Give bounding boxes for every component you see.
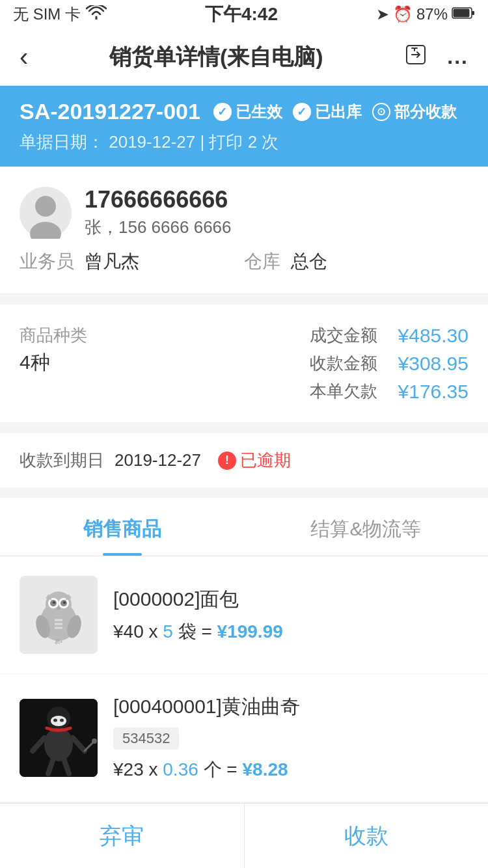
clock-icon: ⊙ (372, 103, 390, 121)
summary-types: 商品种类 4种 (20, 324, 87, 376)
order-header-banner: SA-20191227-001 ✓ 已生效 ✓ 已出库 ⊙ 部分收款 单据日期：… (0, 86, 488, 167)
status-tags: ✓ 已生效 ✓ 已出库 ⊙ 部分收款 (213, 102, 457, 122)
share-icon[interactable] (404, 43, 427, 71)
warehouse-item: 仓库 总仓 (244, 249, 468, 274)
amount-row-received: 收款金额 ¥308.95 (310, 352, 468, 375)
svg-point-14 (53, 601, 55, 604)
bottom-bar: 弃审 收款 (0, 803, 488, 868)
order-date: 单据日期： 2019-12-27 | 打印 2 次 (20, 131, 468, 154)
customer-avatar (20, 187, 72, 239)
amount-value-owed: ¥176.35 (390, 381, 468, 403)
summary-section: 商品种类 4种 成交金额 ¥485.30 收款金额 ¥308.95 本单欠款 ¥… (0, 305, 488, 423)
cancel-button[interactable]: 弃审 (0, 804, 245, 868)
customer-phone: 17666666666 (85, 186, 232, 213)
tab-settlement[interactable]: 结算&物流等 (244, 498, 488, 556)
svg-rect-2 (453, 9, 469, 18)
svg-point-34 (92, 739, 97, 744)
amount-row-total: 成交金额 ¥485.30 (310, 324, 468, 347)
status-active: ✓ 已生效 (213, 102, 282, 122)
overdue-badge: ! 已逾期 (218, 449, 291, 472)
due-date-value: 2019-12-27 (115, 450, 201, 470)
product-sku-2: 534532 (113, 727, 179, 750)
product-name-2: [000400001]黄油曲奇 (113, 694, 468, 720)
product-price-2: ¥23 x 0.36 个 = ¥8.28 (113, 757, 468, 782)
amount-value-received: ¥308.95 (390, 353, 468, 375)
product-item-1: 易+ [0000002]面包 ¥40 x 5 袋 = ¥199.99 (0, 556, 488, 674)
amount-label-owed: 本单欠款 (310, 380, 377, 403)
svg-point-15 (63, 601, 66, 604)
salesperson-label: 业务员 (20, 249, 74, 274)
status-left: 无 SIM 卡 (13, 4, 107, 25)
tabs-section: 销售商品 结算&物流等 (0, 498, 488, 556)
warehouse-label: 仓库 (244, 249, 280, 274)
amount-row-owed: 本单欠款 ¥176.35 (310, 380, 468, 403)
tabs-row: 销售商品 结算&物流等 (0, 498, 488, 556)
svg-point-30 (44, 727, 73, 761)
battery-text: 87% (416, 5, 448, 23)
salesperson-item: 业务员 曾凡杰 (20, 249, 244, 274)
product-name-1: [0000002]面包 (113, 586, 468, 613)
warehouse-value: 总仓 (291, 249, 327, 274)
amount-label-total: 成交金额 (310, 324, 377, 347)
carrier-text: 无 SIM 卡 (13, 4, 81, 25)
due-date-section: 收款到期日 2019-12-27 ! 已逾期 (0, 433, 488, 487)
summary-grid: 商品种类 4种 成交金额 ¥485.30 收款金额 ¥308.95 本单欠款 ¥… (20, 324, 468, 403)
page-title: 销货单详情(来自电脑) (109, 42, 323, 72)
product-price-1: ¥40 x 5 袋 = ¥199.99 (113, 619, 468, 644)
status-shipped: ✓ 已出库 (293, 102, 362, 122)
status-partial: ⊙ 部分收款 (372, 102, 457, 122)
svg-text:易+: 易+ (55, 639, 63, 645)
status-bar: 无 SIM 卡 下午4:42 ➤ ⏰ 87% (0, 0, 488, 29)
product-info-1: [0000002]面包 ¥40 x 5 袋 = ¥199.99 (113, 586, 468, 644)
overdue-icon: ! (218, 452, 236, 470)
customer-row: 17666666666 张，156 6666 6666 (20, 186, 468, 239)
types-label: 商品种类 (20, 324, 87, 347)
product-thumb-2 (20, 699, 98, 777)
nav-actions: ... (404, 43, 468, 71)
location-icon: ➤ (376, 5, 389, 23)
svg-rect-1 (472, 11, 474, 15)
battery-icon (452, 5, 475, 23)
customer-name-sub: 张，156 6666 6666 (85, 216, 232, 239)
customer-section: 17666666666 张，156 6666 6666 业务员 曾凡杰 仓库 总… (0, 167, 488, 294)
status-right: ➤ ⏰ 87% (376, 5, 475, 23)
product-item-2: [000400001]黄油曲奇 534532 ¥23 x 0.36 个 = ¥8… (0, 674, 488, 802)
due-label: 收款到期日 (20, 449, 104, 472)
product-info-2: [000400001]黄油曲奇 534532 ¥23 x 0.36 个 = ¥8… (113, 694, 468, 782)
back-button[interactable]: ‹ (20, 42, 28, 72)
salesperson-value: 曾凡杰 (85, 249, 139, 274)
svg-point-27 (51, 716, 66, 726)
types-value: 4种 (20, 349, 87, 376)
svg-point-29 (60, 719, 64, 722)
customer-info: 17666666666 张，156 6666 6666 (85, 186, 232, 239)
confirm-button[interactable]: 收款 (245, 804, 489, 868)
product-thumb-1: 易+ (20, 576, 98, 654)
status-time: 下午4:42 (205, 2, 278, 27)
order-id-text: SA-20191227-001 (20, 99, 200, 124)
tab-products[interactable]: 销售商品 (0, 498, 244, 556)
alarm-icon: ⏰ (393, 5, 413, 23)
staff-info-row: 业务员 曾凡杰 仓库 总仓 (20, 249, 468, 274)
amount-label-received: 收款金额 (310, 352, 377, 375)
check-icon-active: ✓ (213, 103, 232, 121)
summary-amounts: 成交金额 ¥485.30 收款金额 ¥308.95 本单欠款 ¥176.35 (310, 324, 468, 403)
wifi-icon (86, 5, 107, 23)
nav-bar: ‹ 销货单详情(来自电脑) ... (0, 29, 488, 86)
products-list: 易+ [0000002]面包 ¥40 x 5 袋 = ¥199.99 (0, 556, 488, 802)
svg-point-5 (35, 196, 56, 217)
overdue-text: 已逾期 (240, 449, 291, 472)
amount-value-total: ¥485.30 (390, 325, 468, 347)
more-icon[interactable]: ... (447, 45, 468, 69)
check-icon-shipped: ✓ (293, 103, 311, 121)
svg-point-28 (53, 719, 57, 722)
